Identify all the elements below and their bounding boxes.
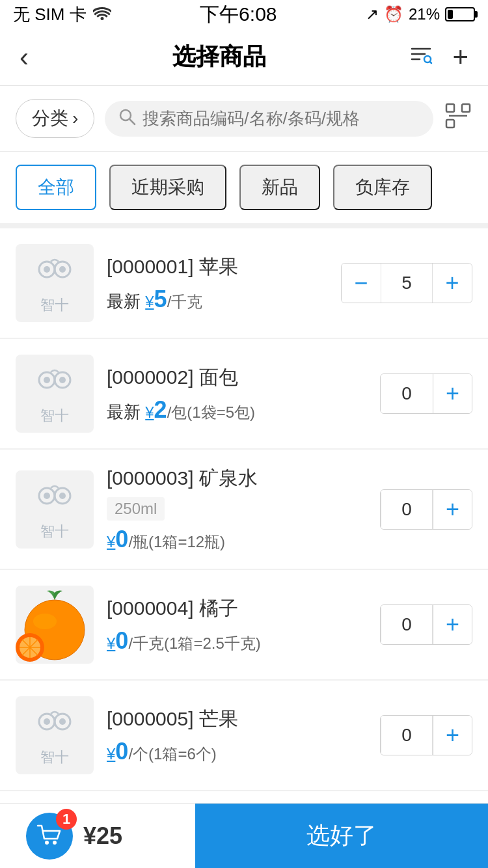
cart-area: 1 ¥25 [0,813,195,860]
location-icon: ↗ [366,5,379,23]
svg-rect-7 [446,104,454,112]
nav-right: + [409,42,468,73]
cart-icon-button[interactable]: 1 [26,813,73,860]
category-label: 分类 [32,106,68,131]
svg-rect-8 [462,104,470,112]
price-unit: /包(1袋=5包) [167,403,255,421]
alarm-icon: ⏰ [384,5,403,23]
price-unit: /个(1箱=6个) [128,745,216,763]
search-bar: 分类 › [0,86,488,152]
price-num: 2 [154,396,167,423]
product-info: [0000004] 橘子 ¥0/千克(1箱=2.5千克) [107,595,367,655]
quantity-input[interactable] [381,490,433,529]
list-item: 智十 [0000002] 面包 最新 ¥2/包(1袋=5包) + [0,339,488,448]
price-unit: /瓶(1箱=12瓶) [128,533,225,550]
product-thumbnail [16,586,94,664]
list-item: 智十 [0000003] 矿泉水 250ml ¥0/瓶(1箱=12瓶) + [0,450,488,569]
price-symbol: ¥ [145,293,154,310]
product-thumbnail: 智十 [16,244,94,322]
tab-new[interactable]: 新品 [239,165,320,210]
product-spec: 250ml [107,497,165,521]
tab-bar: 全部 近期采购 新品 负库存 [0,152,488,228]
cart-total: ¥25 [83,822,122,850]
list-item: 智十 [0000001] 苹果 最新 ¥5/千克 − + [0,228,488,338]
cart-icon [36,824,62,848]
tab-negative[interactable]: 负库存 [333,165,432,210]
price-num: 0 [115,738,128,765]
status-time: 下午6:08 [200,1,277,28]
list-item: [0000004] 橘子 ¥0/千克(1箱=2.5千克) + [0,570,488,679]
product-price: ¥0/瓶(1箱=12瓶) [107,526,367,553]
add-icon[interactable]: + [452,42,468,73]
product-name: [0000001] 苹果 [107,254,328,280]
nav-bar: ‹ 选择商品 + [0,29,488,86]
svg-line-4 [430,62,432,64]
svg-point-24 [33,614,57,629]
scan-icon[interactable] [444,102,472,136]
battery-percent: 21% [409,5,440,23]
search-icon [118,107,136,130]
search-input-wrap[interactable] [105,101,433,137]
carrier-label: 无 SIM 卡 [13,3,87,26]
product-thumbnail: 智十 [16,696,94,774]
product-info: [0000005] 芒果 ¥0/个(1箱=6个) [107,706,367,765]
owl-logo: 智十 [29,368,81,420]
product-info: [0000003] 矿泉水 250ml ¥0/瓶(1箱=12瓶) [107,465,367,553]
category-button[interactable]: 分类 › [16,99,94,138]
status-right: ↗ ⏰ 21% [366,5,475,23]
svg-point-21 [44,493,50,499]
status-left: 无 SIM 卡 [13,3,111,26]
nav-left: ‹ [20,42,29,73]
price-unit: /千克 [167,293,203,310]
svg-point-5 [120,110,131,120]
svg-point-17 [44,377,50,383]
quantity-control: − + [341,263,472,303]
quantity-increase-button[interactable]: + [433,490,472,529]
quantity-increase-button[interactable]: + [433,716,472,755]
price-label: 最新 [107,402,141,422]
product-price: 最新 ¥5/千克 [107,286,328,313]
svg-point-44 [45,841,49,845]
product-info: [0000002] 面包 最新 ¥2/包(1袋=5包) [107,364,367,424]
price-symbol: ¥ [107,533,115,550]
product-list: 智十 [0000001] 苹果 最新 ¥5/千克 − + [0,228,488,868]
quantity-increase-button[interactable]: + [433,605,472,644]
filter-icon[interactable] [409,42,433,72]
owl-logo: 智十 [29,709,81,761]
price-symbol: ¥ [145,403,154,421]
svg-point-13 [44,266,50,273]
price-num: 0 [115,627,128,654]
quantity-control-add-only: + [380,489,472,530]
quantity-increase-button[interactable]: + [433,374,472,413]
quantity-input[interactable] [381,605,433,644]
quantity-increase-button[interactable]: + [433,264,472,303]
tab-all[interactable]: 全部 [16,165,96,210]
quantity-input[interactable] [381,716,433,755]
tab-recent[interactable]: 近期采购 [109,165,226,210]
owl-logo: 智十 [29,257,81,309]
quantity-input[interactable] [381,264,433,303]
product-image [16,586,94,664]
quantity-control-add-only: + [380,715,472,755]
svg-point-18 [59,377,66,383]
back-button[interactable]: ‹ [20,42,29,73]
category-arrow: › [72,108,78,129]
search-input[interactable] [142,109,420,129]
product-info: [0000001] 苹果 最新 ¥5/千克 [107,254,328,313]
product-name: [0000002] 面包 [107,364,367,391]
bottom-bar: 1 ¥25 选好了 [0,803,488,868]
owl-logo: 智十 [29,483,81,536]
confirm-button[interactable]: 选好了 [195,804,488,868]
price-num: 0 [115,526,128,552]
quantity-input[interactable] [381,374,433,413]
svg-rect-9 [446,120,454,128]
product-thumbnail: 智十 [16,355,94,433]
quantity-decrease-button[interactable]: − [342,264,381,303]
quantity-control-add-only: + [380,604,472,645]
svg-point-34 [44,718,50,725]
battery-icon [445,7,475,21]
product-name: [0000005] 芒果 [107,706,367,733]
svg-point-35 [59,718,66,725]
svg-point-14 [59,266,66,273]
status-bar: 无 SIM 卡 下午6:08 ↗ ⏰ 21% [0,0,488,29]
